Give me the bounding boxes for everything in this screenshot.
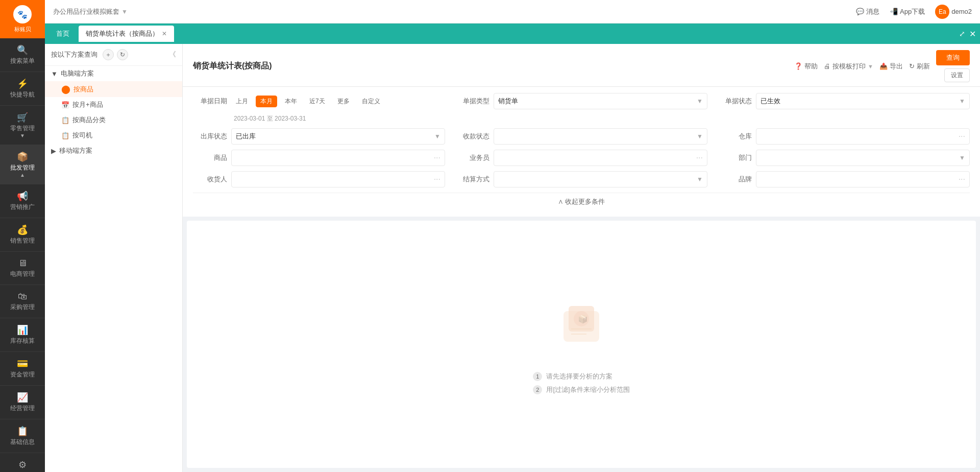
bill-status-field[interactable]: 已生效 ▼ <box>756 93 970 109</box>
payment-status-dropdown-icon[interactable]: ▼ <box>697 133 703 140</box>
user-menu[interactable]: Ea demo2 <box>935 5 972 19</box>
payment-method-dropdown-icon[interactable]: ▼ <box>697 176 703 183</box>
empty-step-2: 2 用[过滤]条件来缩小分析范围 <box>533 385 629 394</box>
tree-desktop-label: 电脑端方案 <box>61 69 94 78</box>
help-button[interactable]: ❓ 帮助 <box>794 62 818 71</box>
department-field[interactable]: ▼ <box>756 150 970 166</box>
bill-type-dropdown-icon[interactable]: ▼ <box>697 98 703 105</box>
sidebar-item-marketing[interactable]: 📢 营销推广 <box>0 184 45 218</box>
refresh-scheme-button[interactable]: ↻ <box>117 49 128 60</box>
salesperson-field[interactable]: ··· <box>494 150 707 166</box>
tree-by-product[interactable]: ⬤ 按商品 <box>45 81 182 97</box>
bill-type-field[interactable]: 销货单 ▼ <box>494 93 707 109</box>
settings-button[interactable]: 设置 <box>944 68 970 82</box>
query-button[interactable]: 查询 <box>936 50 970 65</box>
date-range-value: 2023-03-01 至 2023-03-31 <box>234 114 306 123</box>
sidebar-item-operations[interactable]: 📈 经营管理 <box>0 386 45 419</box>
brand-field[interactable]: ··· <box>756 171 970 187</box>
tree-by-category[interactable]: 📋 按商品分类 <box>45 112 182 128</box>
sidebar-item-finance[interactable]: 💳 资金管理 <box>0 352 45 386</box>
tab-close-icon[interactable]: ✕ <box>162 30 167 37</box>
department-dropdown-icon[interactable]: ▼ <box>959 154 965 161</box>
sidebar-item-quick-nav[interactable]: ⚡ 快捷导航 <box>0 72 45 106</box>
sidebar-item-ecommerce[interactable]: 🖥 电商管理 <box>0 252 45 285</box>
sidebar-item-system[interactable]: ⚙ 系统管理 <box>0 453 45 472</box>
filter-brand: 品牌 ··· <box>718 171 970 187</box>
warehouse-status-dropdown-icon[interactable]: ▼ <box>434 133 440 140</box>
warehouse-field[interactable]: ··· <box>756 128 970 145</box>
tab-window-close-icon[interactable]: ✕ <box>969 29 976 39</box>
filter-payment-status: 收款状态 ▼ <box>455 128 707 145</box>
date-btn-last-month[interactable]: 上月 <box>231 96 253 107</box>
sidebar-item-wholesale[interactable]: 📦 批发管理 ▲ <box>0 145 45 184</box>
sidebar-item-basic[interactable]: 📋 基础信息 <box>0 419 45 453</box>
message-button[interactable]: 💬 消息 <box>856 7 879 16</box>
sidebar-item-purchase[interactable]: 🛍 采购管理 <box>0 285 45 318</box>
page-inner: 按以下方案查询 ＋ ↻ 《 ▼ 电脑端方案 ⬤ 按商品 📅 <box>45 44 980 472</box>
payment-method-field[interactable]: ▼ <box>494 171 707 187</box>
refresh-button[interactable]: ↻ 刷新 <box>909 62 930 71</box>
tree-by-month-product[interactable]: 📅 按月+商品 <box>45 97 182 112</box>
right-content: 销货单统计表(按商品) ❓ 帮助 🖨 按模板打印 ▼ 📤 <box>183 44 980 472</box>
top-header: 办公用品行业模拟账套 ▼ 💬 消息 📲 App下载 Ea demo2 <box>45 0 980 23</box>
salesperson-more-icon[interactable]: ··· <box>696 153 703 162</box>
collapse-more-label: ∧ 收起更多条件 <box>558 198 605 205</box>
empty-steps: 1 请先选择要分析的方案 2 用[过滤]条件来缩小分析范围 <box>533 372 629 398</box>
brand-label: 品牌 <box>718 175 756 184</box>
bill-status-label: 单据状态 <box>718 97 756 106</box>
calendar-icon: 📅 <box>61 101 69 109</box>
header-right: 💬 消息 📲 App下载 Ea demo2 <box>856 5 972 19</box>
product-more-icon[interactable]: ··· <box>434 153 440 162</box>
page-title: 销货单统计表(按商品) <box>193 61 272 72</box>
sidebar-item-inventory[interactable]: 📊 库存核算 <box>0 318 45 352</box>
date-btn-custom[interactable]: 自定义 <box>357 96 385 107</box>
tab-maximize-icon[interactable]: ⤢ <box>959 30 965 38</box>
avatar: Ea <box>935 5 949 19</box>
tab-sales-stats[interactable]: 销货单统计表（按商品） ✕ <box>79 26 174 42</box>
inventory-icon: 📊 <box>17 324 28 336</box>
bill-status-value: 已生效 <box>761 97 780 106</box>
retail-icon: 🛒 <box>17 112 28 123</box>
recipient-field[interactable]: ··· <box>231 171 445 187</box>
date-filter-label: 单据日期 <box>193 97 231 106</box>
operations-icon: 📈 <box>17 392 28 403</box>
date-btn-more[interactable]: 更多 <box>333 96 354 107</box>
filter-row-2: 出库状态 已出库 ▼ 收款状态 ▼ <box>193 128 970 145</box>
date-btn-7days[interactable]: 近7天 <box>305 96 330 107</box>
bill-type-label: 单据类型 <box>455 97 494 106</box>
tree-mobile-schemes[interactable]: ▶ 移动端方案 <box>45 143 182 158</box>
print-button[interactable]: 🖨 按模板打印 ▼ <box>824 62 873 71</box>
filter-payment-method: 结算方式 ▼ <box>455 171 707 187</box>
sales-icon: 💰 <box>17 224 28 235</box>
suite-name: 办公用品行业模拟账套 <box>53 7 119 16</box>
add-scheme-button[interactable]: ＋ <box>103 49 114 60</box>
app-download-button[interactable]: 📲 App下载 <box>890 7 925 16</box>
sidebar-logo[interactable]: 🐾 标账贝 <box>0 0 45 38</box>
collapse-panel-button[interactable]: 《 <box>169 50 176 59</box>
bill-status-dropdown-icon[interactable]: ▼ <box>959 98 965 105</box>
product-field[interactable]: ··· <box>231 150 445 166</box>
left-panel-actions: ＋ ↻ <box>103 49 128 60</box>
collapse-more-button[interactable]: ∧ 收起更多条件 <box>193 193 970 210</box>
warehouse-more-icon[interactable]: ··· <box>959 132 965 141</box>
payment-status-field[interactable]: ▼ <box>494 128 707 145</box>
sidebar-item-retail[interactable]: 🛒 零售管理 ▼ <box>0 106 45 145</box>
tab-home[interactable]: 首页 <box>49 26 77 42</box>
warehouse-status-field[interactable]: 已出库 ▼ <box>231 128 445 145</box>
filter-recipient: 收货人 ··· <box>193 171 445 187</box>
date-btn-this-year[interactable]: 本年 <box>280 96 302 107</box>
recipient-more-icon[interactable]: ··· <box>434 175 440 184</box>
help-icon: ❓ <box>794 62 802 70</box>
date-btn-this-month[interactable]: 本月 <box>256 96 277 107</box>
suite-selector[interactable]: 办公用品行业模拟账套 ▼ <box>53 7 128 16</box>
warehouse-status-value: 已出库 <box>236 132 256 141</box>
tree-desktop-schemes[interactable]: ▼ 电脑端方案 <box>45 66 182 81</box>
tree-by-driver[interactable]: 📋 按司机 <box>45 128 182 143</box>
sidebar-item-sales[interactable]: 💰 销售管理 <box>0 218 45 252</box>
page-content: 按以下方案查询 ＋ ↻ 《 ▼ 电脑端方案 ⬤ 按商品 📅 <box>45 44 980 472</box>
empty-state: 📦 1 请先选择要分析的方案 2 用[过滤]条件来缩小分析范围 <box>187 221 976 468</box>
message-label: 消息 <box>866 7 879 16</box>
brand-more-icon[interactable]: ··· <box>959 175 965 184</box>
export-button[interactable]: 📤 导出 <box>879 62 903 71</box>
sidebar-item-search[interactable]: 🔍 搜索菜单 <box>0 38 45 72</box>
